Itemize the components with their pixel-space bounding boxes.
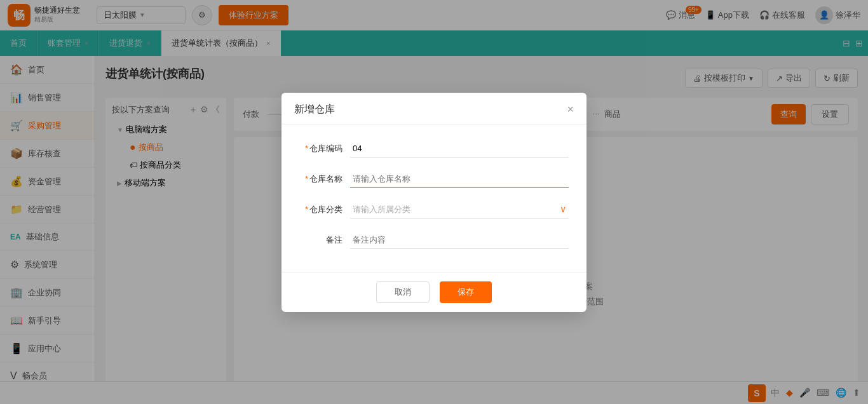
warehouse-category-select[interactable]: 请输入所属分类 ∨ — [350, 201, 569, 219]
remark-row: 备注 — [299, 231, 569, 249]
modal-footer: 取消 保存 — [281, 272, 587, 312]
warehouse-name-row: 仓库名称 — [299, 170, 569, 188]
warehouse-code-row: 仓库编码 — [299, 140, 569, 158]
warehouse-code-input[interactable] — [350, 140, 569, 158]
modal-overlay: 新增仓库 × 仓库编码 仓库名称 仓库分类 请输入所属分类 ∨ — [0, 0, 868, 404]
cancel-button[interactable]: 取消 — [376, 281, 430, 303]
modal-header: 新增仓库 × — [281, 93, 587, 125]
save-button[interactable]: 保存 — [440, 281, 492, 303]
warehouse-name-label: 仓库名称 — [299, 173, 350, 185]
remark-input[interactable] — [350, 231, 569, 249]
modal-body: 仓库编码 仓库名称 仓库分类 请输入所属分类 ∨ 备注 — [281, 125, 587, 272]
category-dropdown[interactable]: 请输入所属分类 — [350, 201, 569, 218]
warehouse-modal: 新增仓库 × 仓库编码 仓库名称 仓库分类 请输入所属分类 ∨ — [281, 93, 587, 312]
warehouse-category-row: 仓库分类 请输入所属分类 ∨ — [299, 201, 569, 219]
warehouse-name-input[interactable] — [350, 170, 569, 188]
warehouse-code-label: 仓库编码 — [299, 143, 350, 154]
close-icon[interactable]: × — [567, 103, 574, 116]
remark-label: 备注 — [299, 234, 350, 246]
modal-title: 新增仓库 — [294, 103, 335, 116]
warehouse-category-label: 仓库分类 — [299, 204, 350, 215]
